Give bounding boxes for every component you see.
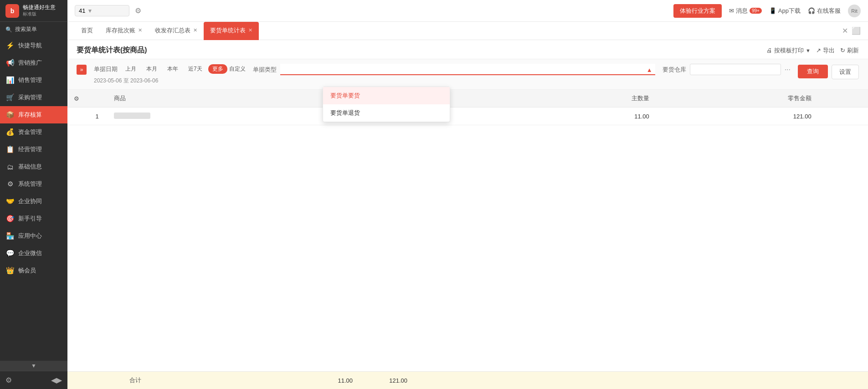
sidebar-item-purchase[interactable]: 🛒 采购管理 <box>0 89 67 106</box>
operations-icon: 📋 <box>5 145 15 154</box>
date-pill-7days[interactable]: 近7天 <box>184 64 206 74</box>
tab-order-stats[interactable]: 要货单统计表 ✕ <box>204 22 259 40</box>
app-logo: b 畅捷通好生意 标准版 <box>0 0 67 22</box>
sidebar-item-label: 应用中心 <box>18 232 42 240</box>
search-menu-label: 搜索菜单 <box>15 26 37 33</box>
tab-order-label: 要货单统计表 <box>210 26 246 35</box>
sidebar-item-quick-nav[interactable]: ⚡ 快捷导航 <box>0 37 67 54</box>
date-pill-last-month[interactable]: 上月 <box>121 64 140 74</box>
tab-receive-label: 收发存汇总表 <box>155 26 190 35</box>
td-amount: 121.00 <box>655 107 817 125</box>
sidebar-item-marketing[interactable]: 📢 营销推广 <box>0 54 67 72</box>
export-label: 导出 <box>823 46 835 55</box>
date-pill-this-month[interactable]: 本月 <box>142 64 161 74</box>
member-icon: 👑 <box>5 266 15 275</box>
messages-action[interactable]: ✉ 消息 99+ <box>729 7 762 15</box>
sidebar-item-system[interactable]: ⚙ 系统管理 <box>0 175 67 193</box>
trial-button[interactable]: 体验行业方案 <box>673 4 722 18</box>
user-avatar[interactable]: Rit <box>848 5 861 17</box>
marketing-icon: 📢 <box>5 59 15 67</box>
td-goods <box>108 107 330 125</box>
tab-home[interactable]: 首页 <box>75 22 99 40</box>
sidebar-item-label: 营销推广 <box>18 59 42 67</box>
sidebar-item-appstore[interactable]: 🏪 应用中心 <box>0 227 67 245</box>
date-custom-link[interactable]: 自定义 <box>229 65 246 73</box>
date-filter-label: 单据日期 <box>94 65 118 73</box>
print-icon: 🖨 <box>766 47 772 54</box>
tab-receive-summary[interactable]: 收发存汇总表 ✕ <box>149 22 204 40</box>
collapse-icon[interactable]: ◀▶ <box>51 376 62 384</box>
dropdown-item-yh[interactable]: 要货单要货 <box>323 87 450 104</box>
page-header-actions: 🖨 按模板打印 ▼ ↗ 导出 ↻ 刷新 <box>766 46 859 55</box>
query-button[interactable]: 查询 <box>798 65 828 78</box>
online-service-label: 在线客服 <box>817 7 841 15</box>
close-window-icon[interactable]: ✕ <box>842 26 848 35</box>
sidebar-item-basic[interactable]: 🗂 基础信息 <box>0 158 67 175</box>
type-chevron-icon[interactable]: ▲ <box>647 66 652 73</box>
expand-icon: » <box>80 67 83 73</box>
goods-placeholder <box>114 113 150 119</box>
tab-batch-account[interactable]: 库存批次账 ✕ <box>99 22 149 40</box>
sidebar-item-inventory[interactable]: 📦 库存核算 <box>0 106 67 123</box>
dropdown-item-th[interactable]: 要货单退货 <box>323 104 450 122</box>
page-header: 要货单统计表(按商品) 🖨 按模板打印 ▼ ↗ 导出 ↻ 刷新 <box>67 40 868 59</box>
sidebar-scroll-down[interactable]: ▼ <box>0 361 67 371</box>
sidebar-item-finance[interactable]: 💰 资金管理 <box>0 123 67 141</box>
date-pills: 上月 本月 本年 近7天 更多 自定义 <box>121 64 246 74</box>
inventory-icon: 📦 <box>5 111 15 119</box>
sidebar-item-member[interactable]: 👑 畅会员 <box>0 262 67 279</box>
refresh-icon: ↻ <box>840 47 845 54</box>
online-service-action[interactable]: 🎧 在线客服 <box>808 7 841 15</box>
tab-order-close[interactable]: ✕ <box>248 27 252 33</box>
dropdown-item-th-label: 要货单退货 <box>330 109 360 116</box>
system-icon: ⚙ <box>5 180 15 188</box>
td-extra <box>817 107 868 125</box>
data-table-container: ⚙ 商品 主计量单位 主数量 零售金额 1 <box>67 90 868 371</box>
sidebar-item-guide[interactable]: 🎯 新手引导 <box>0 210 67 227</box>
header-actions: 体验行业方案 ✉ 消息 99+ 📱 App下载 🎧 在线客服 Rit <box>673 4 861 18</box>
sidebar-item-label: 系统管理 <box>18 180 42 188</box>
print-label: 按模板打印 <box>774 46 804 55</box>
warehouse-label: 要货仓库 <box>663 66 686 74</box>
cooperation-icon: 🤝 <box>5 197 15 205</box>
finance-icon: 💰 <box>5 128 15 136</box>
warehouse-input[interactable] <box>690 64 781 75</box>
search-menu[interactable]: 🔍 搜索菜单 <box>0 22 67 37</box>
footer-qty: 11.00 <box>307 377 353 384</box>
tab-batch-close[interactable]: ✕ <box>138 27 142 33</box>
settings-icon[interactable]: ⚙ <box>135 6 141 15</box>
messages-label: 消息 <box>736 7 748 15</box>
column-settings-button[interactable]: 设置 <box>832 65 859 79</box>
date-pill-more[interactable]: 更多 <box>208 64 227 74</box>
refresh-button[interactable]: ↻ 刷新 <box>840 46 859 55</box>
sidebar-item-label: 畅会员 <box>18 266 36 275</box>
tab-home-label: 首页 <box>81 26 93 35</box>
top-header: 41 ▼ ⚙ 体验行业方案 ✉ 消息 99+ 📱 App下载 🎧 在线客服 Ri… <box>67 0 868 22</box>
sidebar-item-operations[interactable]: 📋 经营管理 <box>0 141 67 158</box>
th-extra <box>817 90 868 107</box>
type-select-input[interactable] <box>280 64 655 75</box>
logo-sub: 标准版 <box>23 11 56 17</box>
print-button[interactable]: 🖨 按模板打印 ▼ <box>766 46 811 55</box>
app-download-action[interactable]: 📱 App下载 <box>769 7 801 15</box>
th-settings[interactable]: ⚙ <box>67 90 86 107</box>
sidebar-item-label: 企业协同 <box>18 197 42 205</box>
column-settings-icon: ⚙ <box>74 95 79 102</box>
store-selector[interactable]: 41 ▼ <box>75 5 129 16</box>
date-pill-this-year[interactable]: 本年 <box>163 64 182 74</box>
sidebar-item-label: 库存核算 <box>18 111 42 119</box>
settings-icon[interactable]: ⚙ <box>5 376 12 384</box>
appstore-icon: 🏪 <box>5 232 15 240</box>
filter-expand-button[interactable]: » <box>77 65 87 75</box>
tab-receive-close[interactable]: ✕ <box>193 27 197 33</box>
tab-batch-account-label: 库存批次账 <box>106 26 135 35</box>
more-options-icon[interactable]: ··· <box>785 66 791 74</box>
table-footer: 合计 11.00 121.00 <box>67 371 868 389</box>
sidebar-item-wechat[interactable]: 💬 企业微信 <box>0 245 67 262</box>
maximize-icon[interactable]: ⬜ <box>852 26 861 35</box>
sidebar-item-cooperation[interactable]: 🤝 企业协同 <box>0 193 67 210</box>
service-icon: 🎧 <box>808 7 815 14</box>
sidebar-item-sales[interactable]: 📊 销售管理 <box>0 72 67 89</box>
footer-amount: 121.00 <box>362 377 407 384</box>
export-button[interactable]: ↗ 导出 <box>816 46 835 55</box>
